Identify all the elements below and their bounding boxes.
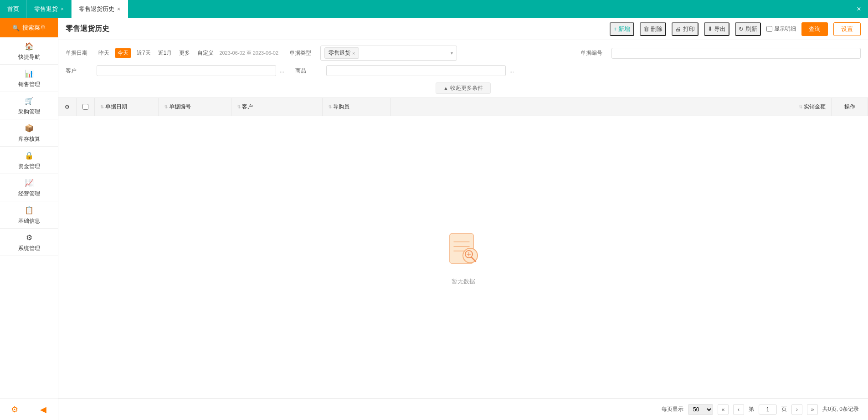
date-option-more[interactable]: 更多 (177, 48, 192, 58)
system-icon: ⚙ (24, 232, 35, 243)
goods-input[interactable] (326, 65, 506, 76)
doc-type-tag: 零售退货 × (324, 47, 359, 59)
sidebar-item-sales[interactable]: 📊 销售管理 (0, 65, 58, 92)
th-guide[interactable]: ⇅ 导购员 (323, 98, 391, 116)
per-page-select[interactable]: 50 10 20 100 (688, 404, 713, 415)
sidebar-item-system[interactable]: ⚙ 系统管理 (0, 229, 58, 256)
inventory-icon: 📦 (24, 123, 35, 133)
refresh-button[interactable]: ↻ 刷新 (735, 22, 761, 36)
sidebar-search-label: 搜索菜单 (22, 24, 46, 32)
tab-retail-return-history[interactable]: 零售退货历史 × (72, 0, 128, 18)
sidebar-item-base-info[interactable]: 📋 基础信息 (0, 201, 58, 229)
display-detail-toggle[interactable]: 显示明细 (766, 25, 796, 33)
export-button[interactable]: ⬇ 导出 (704, 22, 730, 36)
sidebar-item-quick-nav-label: 快捷导航 (18, 53, 40, 61)
sidebar-item-finance[interactable]: 🔒 资金管理 (0, 147, 58, 174)
collapse-bar: ▲ 收起更多条件 (66, 81, 861, 94)
top-bar: 首页 零售退货 × 零售退货历史 × × (0, 0, 868, 18)
sidebar-footer: ⚙ ◀ (0, 398, 58, 420)
tab-retail-return[interactable]: 零售退货 × (27, 0, 72, 18)
page-title: 零售退货历史 (66, 24, 109, 34)
doc-date-label: 单据日期 (66, 49, 93, 57)
sort-amount-icon: ⇅ (799, 104, 802, 109)
sort-customer-icon: ⇅ (237, 104, 241, 109)
tab-retail-return-label: 零售退货 (34, 5, 58, 13)
th-checkbox[interactable] (77, 98, 95, 116)
collapse-button[interactable]: ▲ 收起更多条件 (436, 82, 491, 94)
doc-type-label: 单据类型 (289, 49, 317, 57)
sidebar-item-purchase[interactable]: 🛒 采购管理 (0, 92, 58, 119)
date-option-today[interactable]: 今天 (115, 48, 131, 58)
filter-area: 单据日期 昨天 今天 近7天 近1月 更多 自定义 2023-06-02 至 2… (58, 40, 868, 98)
th-action: 操作 (832, 98, 868, 116)
doc-no-input[interactable] (611, 48, 861, 59)
date-option-7days[interactable]: 近7天 (135, 48, 153, 58)
th-settings[interactable]: ⚙ (58, 98, 77, 116)
filter-row-1: 单据日期 昨天 今天 近7天 近1月 更多 自定义 2023-06-02 至 2… (66, 46, 861, 61)
sidebar-settings-button[interactable]: ⚙ (6, 401, 23, 418)
sidebar-item-operations-label: 经营管理 (18, 190, 40, 198)
sales-icon: 📊 (24, 68, 35, 79)
customer-label: 客户 (66, 67, 93, 75)
operations-icon: 📈 (24, 177, 35, 188)
tab-list: 首页 零售退货 × 零售退货历史 × (0, 0, 850, 18)
doc-type-tag-close[interactable]: × (352, 51, 355, 56)
th-date[interactable]: ⇅ 单据日期 (95, 98, 159, 116)
print-button[interactable]: 🖨 打印 (672, 22, 699, 36)
query-button[interactable]: 查询 (801, 22, 828, 36)
tab-retail-return-history-close[interactable]: × (117, 6, 120, 12)
th-docno[interactable]: ⇅ 单据编号 (159, 98, 231, 116)
tab-retail-return-history-label: 零售退货历史 (79, 5, 114, 13)
sidebar-item-base-info-label: 基础信息 (18, 217, 40, 225)
th-customer-label: 客户 (242, 103, 253, 111)
window-close-button[interactable]: × (850, 0, 868, 18)
sidebar-item-inventory-label: 库存核算 (18, 135, 40, 143)
next-page-button[interactable]: › (791, 404, 802, 415)
settings-icon: ⚙ (65, 104, 70, 110)
date-option-1month[interactable]: 近1月 (156, 48, 174, 58)
setting-button[interactable]: 设置 (833, 22, 861, 36)
sidebar-item-purchase-label: 采购管理 (18, 108, 40, 116)
th-customer[interactable]: ⇅ 客户 (231, 98, 323, 116)
sidebar-item-quick-nav[interactable]: 🏠 快捷导航 (0, 37, 58, 65)
date-option-yesterday[interactable]: 昨天 (97, 48, 111, 58)
tab-home[interactable]: 首页 (0, 0, 27, 18)
date-range-display: 2023-06-02 至 2023-06-02 (219, 50, 278, 56)
new-button[interactable]: + 新增 (610, 22, 634, 36)
display-detail-label: 显示明细 (774, 25, 796, 33)
th-amount[interactable]: ⇅ 实销金额 (391, 98, 832, 116)
page-unit: 页 (781, 405, 787, 413)
sidebar-collapse-button[interactable]: ◀ (35, 401, 51, 418)
th-action-label: 操作 (844, 103, 855, 111)
last-page-button[interactable]: » (807, 404, 818, 415)
page-input[interactable] (759, 405, 777, 415)
sidebar: 🔍 搜索菜单 🏠 快捷导航 📊 销售管理 🛒 采购管理 📦 库存核算 🔒 (0, 18, 58, 420)
sidebar-search[interactable]: 🔍 搜索菜单 (0, 18, 58, 37)
customer-input[interactable] (97, 65, 276, 76)
goods-dots[interactable]: ... (509, 67, 514, 74)
empty-illustration (443, 229, 484, 270)
content-area: 零售退货历史 + 新增 🗑 删除 🖨 打印 ⬇ 导出 ↻ 刷新 显示明细 查询 … (58, 18, 868, 420)
th-guide-label: 导购员 (333, 103, 349, 111)
date-option-custom[interactable]: 自定义 (195, 48, 216, 58)
doc-type-chevron-icon: ▾ (451, 51, 453, 56)
first-page-button[interactable]: « (718, 404, 729, 415)
sidebar-item-inventory[interactable]: 📦 库存核算 (0, 119, 58, 147)
th-docno-label: 单据编号 (169, 103, 191, 111)
sidebar-item-operations[interactable]: 📈 经营管理 (0, 174, 58, 201)
th-amount-label: 实销金额 (804, 103, 826, 111)
tab-retail-return-close[interactable]: × (61, 6, 64, 12)
doc-type-select[interactable]: 零售退货 × ▾ (320, 46, 457, 61)
date-options-group: 昨天 今天 近7天 近1月 更多 自定义 2023-06-02 至 2023-0… (97, 48, 278, 58)
prev-page-button[interactable]: ‹ (733, 404, 744, 415)
header-actions: + 新增 🗑 删除 🖨 打印 ⬇ 导出 ↻ 刷新 显示明细 查询 设置 (610, 22, 861, 36)
customer-dots[interactable]: ... (280, 67, 284, 74)
sidebar-item-finance-label: 资金管理 (18, 163, 40, 170)
select-all-checkbox[interactable] (82, 104, 88, 110)
doc-no-label: 单据编号 (580, 49, 608, 57)
sort-date-icon: ⇅ (100, 104, 104, 109)
display-detail-checkbox[interactable] (766, 26, 772, 32)
table-header: ⚙ ⇅ 单据日期 ⇅ 单据编号 ⇅ 客户 ⇅ (58, 98, 868, 116)
delete-button[interactable]: 🗑 删除 (640, 22, 667, 36)
quick-nav-icon: 🏠 (24, 41, 35, 51)
